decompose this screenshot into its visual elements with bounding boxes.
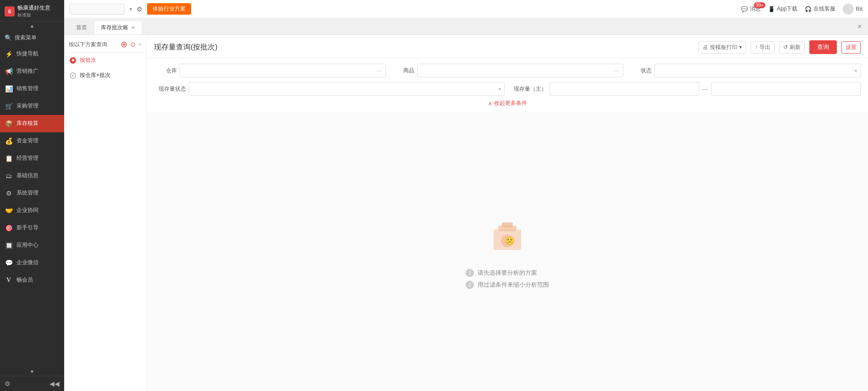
tab-home-label: 首页 <box>76 24 87 32</box>
sidebar-scroll-up[interactable]: ▲ <box>0 22 64 30</box>
stock-qty-max-input[interactable] <box>711 82 861 96</box>
sidebar-item-newbie[interactable]: 🎯 新手引导 <box>0 219 64 237</box>
page-header: 现存量查询(按批次) 🖨 按模板打印 ▾ ↑ 导出 ↺ 刷新 <box>147 35 868 58</box>
sidebar-logo: 6 畅康通好生意 标准版 <box>5 5 60 18</box>
collapse-label: 收起更多条件 <box>494 99 527 107</box>
product-dots[interactable]: ··· <box>610 67 623 74</box>
sidebar-item-wechat[interactable]: 💬 企业微信 <box>0 254 64 272</box>
sidebar-item-finance[interactable]: 💰 资金管理 <box>0 132 64 150</box>
sales-icon: 📊 <box>5 85 13 93</box>
stock-qty-min-input[interactable] <box>549 82 699 96</box>
sidebar-item-enterprise[interactable]: 🤝 企业协同 <box>0 202 64 219</box>
topbar-search-input[interactable] <box>70 4 125 15</box>
topbar-chevron-icon[interactable]: ▾ <box>129 6 132 12</box>
empty-tip-1: 1 请先选择要分析的方案 <box>466 269 549 277</box>
sidebar-item-purchase[interactable]: 🛒 采购管理 <box>0 98 64 115</box>
sidebar-item-label: 快捷导航 <box>16 50 38 58</box>
experience-btn[interactable]: 体验行业方案 <box>147 3 191 15</box>
product-label: 商品 <box>391 67 414 75</box>
svg-text:😕: 😕 <box>505 236 515 246</box>
scheme-item-by-warehouse-batch[interactable]: 按仓库+批次 <box>64 68 146 83</box>
app-download-btn[interactable]: 📱 App下载 <box>768 5 797 13</box>
tab-inventory-batch[interactable]: 库存批次账 ✕ <box>94 21 142 34</box>
sidebar-brand: 畅康通好生意 标准版 <box>17 5 50 18</box>
print-btn[interactable]: 🖨 按模板打印 ▾ <box>698 41 746 54</box>
sidebar-item-sales[interactable]: 📊 销售管理 <box>0 80 64 98</box>
query-btn[interactable]: 查询 <box>809 40 837 54</box>
topbar: ▾ ⚙ 体验行业方案 💬 消息 99+ 📱 App下载 🎧 在线客服 Rit <box>64 0 868 18</box>
inventory-icon: 📦 <box>5 119 13 128</box>
tip-2-num: 2 <box>466 281 474 289</box>
left-panel: 按以下方案查询 ⊕ ⊙ « 按批次 按仓库+批次 <box>64 35 147 391</box>
main-area: ▾ ⚙ 体验行业方案 💬 消息 99+ 📱 App下载 🎧 在线客服 Rit <box>64 0 868 391</box>
sidebar-item-quick-nav[interactable]: ⚡ 快捷导航 <box>0 45 64 63</box>
sidebar-search[interactable]: 🔍 搜索菜单 <box>0 30 64 45</box>
finance-icon: 💰 <box>5 137 13 145</box>
sidebar-item-basic[interactable]: 🗂 基础信息 <box>0 167 64 185</box>
sidebar-item-label: 新手引导 <box>16 224 38 232</box>
product-input[interactable] <box>418 64 610 77</box>
newbie-icon: 🎯 <box>5 224 13 232</box>
tab-panel-close[interactable]: ✕ <box>852 18 868 35</box>
enterprise-icon: 🤝 <box>5 206 13 215</box>
stock-qty-filter: 现存量（主） — <box>510 82 861 96</box>
sidebar-item-label: 资金管理 <box>16 137 38 145</box>
tabbar: 首页 库存批次账 ✕ ✕ <box>64 18 868 35</box>
sidebar-bottom: ⚙ ◀◀ <box>0 376 64 391</box>
topbar-gear-icon[interactable]: ⚙ <box>137 5 143 13</box>
export-btn[interactable]: ↑ 导出 <box>751 41 775 54</box>
settings-icon[interactable]: ⚙ <box>5 380 11 387</box>
warehouse-input[interactable] <box>180 64 373 77</box>
message-badge: 99+ <box>754 2 765 8</box>
online-service-btn[interactable]: 🎧 在线客服 <box>805 5 835 13</box>
collapse-icon: ∧ <box>488 100 492 107</box>
sidebar-item-vip[interactable]: V 畅会员 <box>0 272 64 289</box>
tip-2-text: 用过滤条件来缩小分析范围 <box>478 281 549 289</box>
add-scheme-icon[interactable]: ⊕ <box>121 39 127 49</box>
sidebar-item-app-center[interactable]: 🔲 应用中心 <box>0 237 64 254</box>
sidebar-item-label: 销售管理 <box>16 85 38 92</box>
sidebar-item-label: 库存核算 <box>16 119 38 127</box>
sidebar-item-system[interactable]: ⚙ 系统管理 <box>0 185 64 202</box>
collapse-filter-btn[interactable]: ∧ 收起更多条件 <box>154 99 861 107</box>
scheme-settings-icon[interactable]: ⊙ <box>130 41 136 48</box>
messages-btn[interactable]: 💬 消息 99+ <box>741 5 761 13</box>
scheme-item-by-batch[interactable]: 按批次 <box>64 53 146 68</box>
vip-icon: V <box>5 276 13 284</box>
collapse-left-panel-icon[interactable]: « <box>138 41 142 48</box>
sidebar-item-inventory[interactable]: 📦 库存核算 <box>0 115 64 132</box>
warehouse-dots[interactable]: ··· <box>373 67 385 74</box>
warehouse-label: 仓库 <box>154 67 177 75</box>
service-label: 在线客服 <box>813 5 835 13</box>
stock-status-select[interactable] <box>189 82 505 96</box>
collapse-sidebar-icon[interactable]: ◀◀ <box>49 380 60 387</box>
app-center-icon: 🔲 <box>5 241 13 250</box>
tab-home[interactable]: 首页 <box>70 21 93 34</box>
user-area[interactable]: Rit <box>843 4 863 15</box>
operations-icon: 📋 <box>5 154 13 163</box>
sidebar-item-operations[interactable]: 📋 经营管理 <box>0 150 64 167</box>
purchase-icon: 🛒 <box>5 102 13 110</box>
empty-state-icon: 😕 <box>484 216 530 261</box>
service-icon: 🎧 <box>805 6 812 12</box>
tab-close-icon[interactable]: ✕ <box>131 25 135 31</box>
sidebar-item-label: 企业微信 <box>16 259 38 266</box>
refresh-icon: ↺ <box>783 44 788 50</box>
topbar-right: 💬 消息 99+ 📱 App下载 🎧 在线客服 Rit <box>741 4 863 15</box>
content-area: 按以下方案查询 ⊕ ⊙ « 按批次 按仓库+批次 现存量查询(按批次) <box>64 35 868 391</box>
status-select[interactable] <box>654 64 861 77</box>
search-icon: 🔍 <box>5 34 12 41</box>
sidebar-item-marketing[interactable]: 📢 营销推广 <box>0 63 64 80</box>
sidebar-item-label: 畅会员 <box>16 276 33 284</box>
app-download-icon: 📱 <box>768 6 775 12</box>
tab-inventory-batch-label: 库存批次账 <box>101 24 128 32</box>
settings-btn[interactable]: 设置 <box>841 41 861 54</box>
stock-status-label: 现存量状态 <box>154 85 186 93</box>
refresh-btn[interactable]: ↺ 刷新 <box>779 41 805 54</box>
print-chevron-icon: ▾ <box>739 44 742 50</box>
page-header-actions: 🖨 按模板打印 ▾ ↑ 导出 ↺ 刷新 查询 <box>698 40 861 54</box>
sidebar-item-label: 基础信息 <box>16 172 38 179</box>
sidebar-scroll-down[interactable]: ▼ <box>0 367 64 376</box>
sidebar: 6 畅康通好生意 标准版 ▲ 🔍 搜索菜单 ⚡ 快捷导航 📢 营销推广 📊 销售… <box>0 0 64 391</box>
empty-tips: 1 请先选择要分析的方案 2 用过滤条件来缩小分析范围 <box>466 269 549 289</box>
